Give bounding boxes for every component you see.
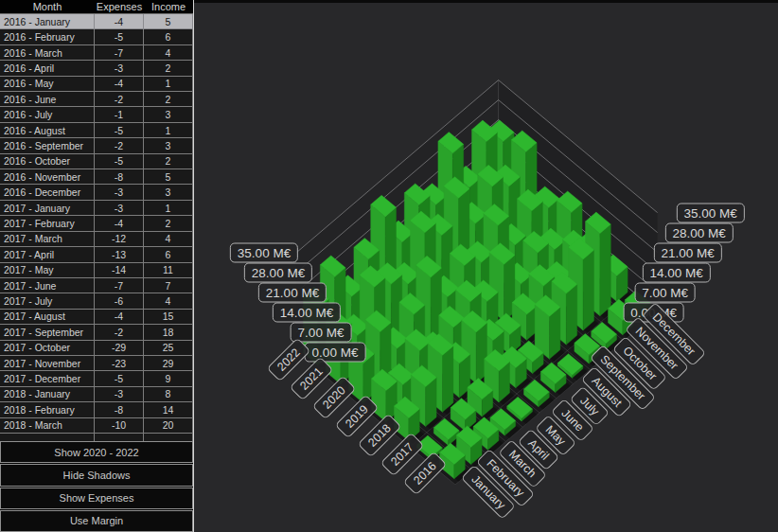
table-row[interactable]: 2016 - October-52: [0, 154, 193, 169]
cell-income: 8: [144, 387, 193, 402]
cell-month: 2017 - April: [0, 247, 95, 262]
cell-month: 2016 - January: [0, 14, 95, 29]
cell-expenses: -6: [95, 293, 144, 309]
cell-expenses: -4: [95, 216, 144, 231]
app-window: Month Expenses Income 2016 - January-452…: [0, 0, 778, 532]
table-row[interactable]: 2017 - February-42: [0, 216, 193, 231]
cell-month: 2016 - August: [0, 123, 95, 138]
bars-3d-canvas[interactable]: [194, 3, 778, 532]
table-row[interactable]: 2017 - October-2925: [0, 341, 193, 356]
column-header-expenses: Expenses: [95, 0, 144, 13]
table-row[interactable]: 2016 - May-41: [0, 77, 193, 92]
cell-month: 2017 - December: [0, 371, 95, 386]
table-row[interactable]: 2017 - November-2329: [0, 356, 193, 371]
cell-income: 1: [144, 77, 193, 92]
cell-income: 4: [144, 232, 193, 247]
table-row[interactable]: 2018 - March-1020: [0, 418, 193, 434]
cell-income: 3: [144, 107, 193, 122]
cell-month: 2018 - January: [0, 387, 95, 402]
month-table: 2016 - January-452016 - February-562016 …: [0, 14, 193, 441]
cell-expenses: -3: [95, 61, 144, 76]
button-show-expenses[interactable]: Show Expenses: [0, 488, 193, 509]
cell-expenses: -29: [95, 341, 144, 356]
table-row[interactable]: 2017 - August-415: [0, 310, 193, 325]
cell-expenses: -4: [95, 310, 144, 325]
table-row[interactable]: 2016 - June-22: [0, 92, 193, 107]
table-row[interactable]: 2016 - December-33: [0, 185, 193, 200]
table-row[interactable]: 2017 - September-218: [0, 325, 193, 340]
bar-chart-3d[interactable]: 0.00 M€0.00 M€7.00 M€7.00 M€14.00 M€14.0…: [194, 0, 778, 532]
cell-month: 2016 - September: [0, 138, 95, 153]
cell-income: 14: [144, 402, 193, 417]
cell-month: 2017 - February: [0, 216, 95, 231]
cell-expenses: -23: [95, 356, 144, 371]
cell-expenses: -7: [95, 45, 144, 61]
cell-expenses: -3: [95, 185, 144, 200]
cell-income: 4: [144, 45, 193, 61]
table-row[interactable]: 2016 - January-45: [0, 14, 193, 29]
table-row[interactable]: 2018 - January-38: [0, 387, 193, 402]
cell-expenses: -7: [95, 278, 144, 293]
cell-expenses: -8: [95, 169, 144, 185]
cell-month: 2017 - July: [0, 293, 95, 309]
cell-month: 2016 - June: [0, 92, 95, 107]
cell-expenses: -3: [95, 387, 144, 402]
table-header: Month Expenses Income: [0, 0, 193, 14]
table-row[interactable]: 2016 - September-23: [0, 138, 193, 153]
table-row[interactable]: 2016 - November-85: [0, 169, 193, 185]
table-row[interactable]: 2018 - February-814: [0, 402, 193, 417]
cell-expenses: -5: [95, 371, 144, 386]
cell-month: 2017 - August: [0, 310, 95, 325]
data-panel: Month Expenses Income 2016 - January-452…: [0, 0, 194, 532]
cell-expenses: -4: [95, 14, 144, 29]
cell-expenses: -13: [95, 247, 144, 262]
table-row[interactable]: 2016 - July-13: [0, 107, 193, 122]
cell-income: 2: [144, 216, 193, 231]
table-row[interactable]: 2017 - December-59: [0, 371, 193, 386]
cell-month: 2017 - September: [0, 325, 95, 340]
cell-expenses: -2: [95, 325, 144, 340]
cell-month: 2018 - March: [0, 418, 95, 434]
cell-income: 6: [144, 247, 193, 262]
table-row[interactable]: 2016 - February-56: [0, 29, 193, 44]
cell-month: 2017 - January: [0, 201, 95, 216]
button-use-margin[interactable]: Use Margin: [0, 510, 193, 532]
button-hide-shadows[interactable]: Hide Shadows: [0, 464, 193, 486]
cell-income: 1: [144, 201, 193, 216]
cell-income: 2: [144, 61, 193, 76]
cell-income: 5: [144, 14, 193, 29]
cell-expenses: -2: [95, 92, 144, 107]
cell-month: 2017 - June: [0, 278, 95, 293]
cell-month: 2017 - October: [0, 341, 95, 356]
button-stack: Show 2020 - 2022Hide ShadowsShow Expense…: [0, 441, 193, 532]
table-row[interactable]: 2016 - August-51: [0, 123, 193, 138]
button-show-2020-2022[interactable]: Show 2020 - 2022: [0, 441, 193, 463]
cell-income: 7: [144, 278, 193, 293]
cell-month: 2017 - November: [0, 356, 95, 371]
cell-month: 2016 - November: [0, 169, 95, 185]
cell-month: [0, 434, 95, 441]
cell-month: 2017 - March: [0, 232, 95, 247]
cell-expenses: [95, 434, 144, 441]
cell-income: 2: [144, 154, 193, 169]
table-row[interactable]: 2017 - July-64: [0, 293, 193, 309]
cell-income: 2: [144, 92, 193, 107]
table-row[interactable]: 2017 - January-31: [0, 201, 193, 216]
table-row[interactable]: 2017 - April-136: [0, 247, 193, 262]
cell-income: 4: [144, 293, 193, 309]
cell-income: [144, 434, 193, 441]
cell-expenses: -1: [95, 107, 144, 122]
table-row[interactable]: 2016 - March-74: [0, 45, 193, 61]
table-row[interactable]: 2017 - May-1411: [0, 263, 193, 278]
cell-income: 3: [144, 185, 193, 200]
table-row[interactable]: 2016 - April-32: [0, 61, 193, 76]
table-row[interactable]: 2017 - June-77: [0, 278, 193, 293]
table-row[interactable]: [0, 434, 193, 441]
cell-income: 29: [144, 356, 193, 371]
cell-month: 2016 - March: [0, 45, 95, 61]
table-row[interactable]: 2017 - March-124: [0, 232, 193, 247]
cell-month: 2016 - October: [0, 154, 95, 169]
cell-month: 2016 - July: [0, 107, 95, 122]
cell-income: 20: [144, 418, 193, 434]
cell-income: 5: [144, 169, 193, 185]
